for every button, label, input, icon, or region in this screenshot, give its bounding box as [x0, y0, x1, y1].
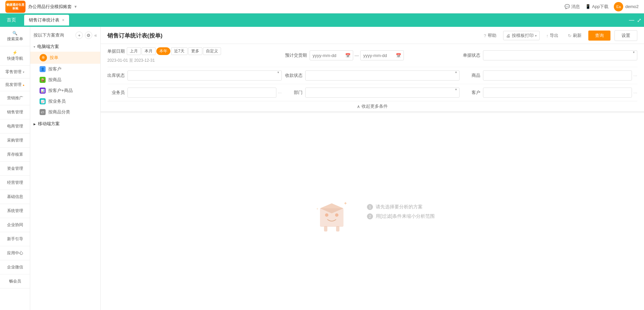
top-bar-right: 💬 消息 📱 App下载 Ea demo2 — [565, 2, 639, 11]
status-label: 单据状态 — [463, 52, 480, 58]
system-label: 系统管理 — [7, 208, 23, 214]
page-title: 销售订单统计表(按单) — [107, 32, 162, 40]
sidebar-item-marketing[interactable]: 营销推广 — [0, 91, 30, 105]
expected-date-start-wrap: 📅 — [310, 50, 353, 60]
sales-label: 销售管理 — [7, 109, 23, 115]
dept-select[interactable] — [305, 88, 460, 98]
sidebar-item-wechat[interactable]: 企业微信 — [0, 260, 30, 274]
sidebar-item-wholesale[interactable]: 批发管理 ▴ — [0, 79, 30, 91]
hint-1: 1 请先选择要分析的方案 — [367, 204, 435, 210]
logo-subtitle: 标账 — [6, 7, 24, 10]
date-btn-this-year[interactable]: 本年 — [156, 47, 170, 55]
ecommerce-label: 电商管理 — [7, 123, 23, 129]
page-header: 销售订单统计表(按单) ? 帮助 🖨 按模板打印 ▾ ↑ — [101, 27, 644, 44]
tab-maximize-btn[interactable]: ⤢ — [637, 17, 641, 23]
delivery-select-wrap: ▾ — [127, 70, 282, 81]
user-avatar-area[interactable]: Ea demo2 — [614, 2, 639, 11]
sidebar-item-operation[interactable]: 经营管理 — [0, 176, 30, 190]
customer-input[interactable] — [483, 88, 632, 98]
tab-home[interactable]: 首页 — [0, 13, 23, 27]
message-btn[interactable]: 💬 消息 — [565, 4, 580, 10]
payment-select[interactable] — [305, 70, 460, 81]
salesperson-label: 业务员 — [107, 90, 125, 96]
salesperson-input[interactable] — [127, 88, 276, 98]
sidebar-item-newbie[interactable]: 新手引导 — [0, 232, 30, 246]
app-download-btn[interactable]: 📱 App下载 — [585, 4, 608, 10]
scheme-by-customer-goods[interactable]: 📊 按客户+商品 — [30, 85, 100, 96]
download-icon: 📱 — [585, 4, 591, 9]
filter-row-2: 出库状态 ▾ 收款状态 — [107, 67, 637, 84]
sidebar-item-appstore[interactable]: 应用中心 — [0, 246, 30, 260]
app-logo: 畅捷通好生意 标账 — [5, 1, 25, 13]
marketing-label: 营销推广 — [7, 95, 23, 101]
settings-btn[interactable]: 设置 — [614, 30, 637, 41]
scheme-by-order[interactable]: 单 按单 — [30, 52, 100, 64]
pc-group-header[interactable]: ▾ 电脑端方案 — [30, 42, 100, 52]
date-btn-this-month[interactable]: 本月 — [142, 47, 156, 55]
sidebar-item-purchase[interactable]: 采购管理 — [0, 134, 30, 148]
sidebar-item-sales[interactable]: 销售管理 — [0, 105, 30, 119]
retail-label: 零售管理 — [5, 69, 21, 75]
scheme-sales-icon: 📈 — [40, 98, 46, 104]
hint-2: 2 用[过滤]条件来缩小分析范围 — [367, 213, 435, 219]
scheme-by-customer[interactable]: 👤 按客户 — [30, 64, 100, 74]
scheme-by-salesperson[interactable]: 📈 按业务员 — [30, 96, 100, 107]
date-btn-more[interactable]: 更多 — [188, 47, 202, 55]
collapse-btn[interactable]: ∧ 收起更多条件 — [107, 101, 637, 111]
basic-label: 基础信息 — [7, 194, 23, 200]
tab-active[interactable]: 销售订单统计表 × — [24, 15, 69, 25]
scheme-by-goods[interactable]: 📦 按商品 — [30, 74, 100, 85]
filter-date-cell: 单据日期 上月 本月 本年 近7天 更多 自定义 2023-01-01 至 20… — [107, 47, 282, 63]
collapse-label: 收起更多条件 — [362, 103, 388, 109]
mobile-group-header[interactable]: ▸ 移动端方案 — [30, 119, 100, 129]
payment-label: 收款状态 — [285, 72, 303, 79]
customer-dots-btn[interactable]: ··· — [633, 90, 637, 95]
scheme-cat-label: 按商品分类 — [48, 109, 70, 115]
sidebar-search[interactable]: 🔍 搜索菜单 — [0, 27, 30, 46]
sidebar-item-enterprise[interactable]: 企业协同 — [0, 218, 30, 232]
main-layout: 🔍 搜索菜单 ⚡ 快捷导航 零售管理 ▾ 批发管理 ▴ 营销推广 销售管理 电商… — [0, 27, 644, 310]
scheme-by-category[interactable]: 🏷 按商品分类 — [30, 107, 100, 117]
wholesale-label: 批发管理 — [5, 82, 21, 88]
inventory-label: 库存核算 — [7, 152, 23, 157]
goods-dots-btn[interactable]: ··· — [633, 73, 637, 78]
sidebar-item-ecommerce[interactable]: 电商管理 — [0, 119, 30, 134]
sidebar-item-system[interactable]: 系统管理 — [0, 204, 30, 218]
export-btn[interactable]: ↑ 导出 — [544, 31, 561, 40]
scheme-cat-icon: 🏷 — [40, 109, 46, 115]
sidebar-item-finance[interactable]: 资金管理 — [0, 162, 30, 176]
date-btn-7days[interactable]: 近7天 — [171, 47, 187, 55]
sidebar-item-inventory[interactable]: 库存核算 — [0, 148, 30, 162]
filter-date-top: 单据日期 上月 本月 本年 近7天 更多 自定义 — [107, 47, 221, 55]
help-btn[interactable]: ? 帮助 — [481, 31, 499, 40]
delivery-select[interactable] — [127, 70, 282, 81]
panel-add-btn[interactable]: + — [75, 32, 83, 39]
sidebar-item-member[interactable]: 畅会员 — [0, 274, 30, 289]
tab-minimize-btn[interactable]: — — [629, 17, 634, 23]
date-btn-last-month[interactable]: 上月 — [127, 47, 141, 55]
workspace-dropdown-icon[interactable]: ▾ — [74, 4, 77, 9]
mobile-group-arrow: ▸ — [34, 121, 36, 126]
filter-delivery-cell: 出库状态 ▾ — [107, 70, 282, 81]
filter-dept-cell: 部门 ▾ — [285, 88, 460, 98]
salesperson-dots-btn[interactable]: ··· — [278, 90, 282, 95]
query-btn[interactable]: 查询 — [588, 31, 610, 41]
salesperson-input-wrap: ··· — [127, 88, 282, 98]
sidebar-item-basic[interactable]: 基础信息 — [0, 190, 30, 204]
expected-date-label: 预计交货期 — [285, 52, 307, 58]
status-select[interactable] — [483, 50, 637, 60]
refresh-btn[interactable]: ↻ 刷新 — [565, 31, 584, 40]
goods-input[interactable] — [483, 70, 632, 81]
panel-settings-btn[interactable]: ⚙ — [85, 32, 92, 39]
date-btn-custom[interactable]: 自定义 — [203, 47, 221, 55]
search-label: 搜索菜单 — [7, 36, 23, 42]
pc-group-label: 电脑端方案 — [37, 44, 59, 50]
sidebar-shortcut[interactable]: ⚡ 快捷导航 — [0, 46, 30, 66]
customer-label: 客户 — [463, 90, 480, 96]
scheme-goods-label: 按商品 — [48, 77, 61, 83]
sidebar-item-retail[interactable]: 零售管理 ▾ — [0, 66, 30, 79]
panel-collapse-btn[interactable]: « — [94, 33, 97, 38]
print-btn[interactable]: 🖨 按模板打印 ▾ — [503, 31, 540, 40]
filter-goods-cell: 商品 ··· — [463, 70, 637, 81]
tab-close-btn[interactable]: × — [62, 18, 64, 22]
